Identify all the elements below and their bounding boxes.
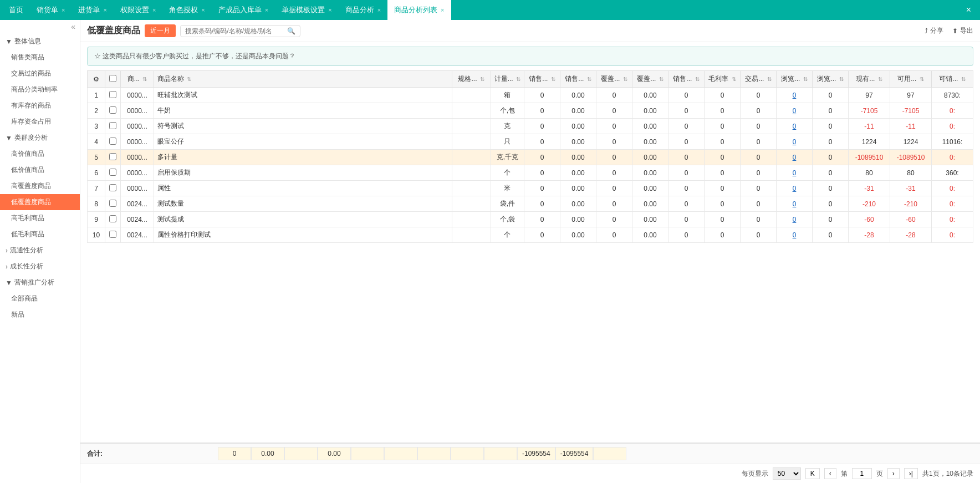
row-sales3: 0 (668, 227, 705, 243)
nav-close-permission[interactable]: × (152, 0, 156, 20)
col-gear[interactable]: ⚙ (88, 71, 105, 88)
row-code: 0000... (121, 165, 154, 181)
sidebar-item-all-goods[interactable]: 全部商品 (0, 291, 80, 307)
row-gross: 0 (705, 181, 741, 196)
sidebar-section-growth[interactable]: › 成长性分析 (0, 258, 80, 274)
row-checkbox[interactable] (109, 91, 116, 98)
row-checkbox[interactable] (109, 138, 116, 145)
row-sales3: 0 (668, 88, 705, 103)
row-num: 5 (88, 150, 105, 165)
row-cover1: 0 (596, 165, 632, 181)
per-page-select[interactable]: 50 20 100 (773, 467, 801, 480)
row-checkbox[interactable] (109, 215, 116, 222)
first-page-btn[interactable]: K (805, 468, 820, 479)
row-sales-qty: 0 (524, 227, 560, 243)
nav-template[interactable]: 单据模板设置 × (275, 0, 338, 20)
row-checkbox[interactable] (109, 200, 116, 207)
sidebar-item-low-margin[interactable]: 低毛利商品 (0, 226, 80, 242)
sidebar-item-capital[interactable]: 库存资金占用 (0, 114, 80, 130)
sidebar-item-sales-goods[interactable]: 销售类商品 (0, 49, 80, 65)
row-sales-amt: 0.00 (560, 227, 596, 243)
nav-close-goods-analysis-list[interactable]: × (441, 0, 444, 20)
browse1-link[interactable]: 0 (793, 138, 797, 146)
nav-close-role[interactable]: × (201, 0, 205, 20)
sidebar-item-new-goods[interactable]: 新品 (0, 307, 80, 323)
search-icon[interactable]: 🔍 (287, 27, 295, 35)
sidebar-section-category[interactable]: ▼ 类群度分析 (0, 130, 80, 146)
export-button[interactable]: ⬆ 导出 (952, 26, 973, 35)
browse1-link[interactable]: 0 (793, 231, 797, 239)
nav-close-goods-analysis[interactable]: × (377, 0, 381, 20)
row-checkbox[interactable] (109, 153, 116, 160)
sidebar-item-high-value[interactable]: 高价值商品 (0, 146, 80, 162)
row-checkbox[interactable] (109, 122, 116, 129)
browse1-link[interactable]: 0 (793, 123, 797, 130)
sidebar-item-high-coverage[interactable]: 高覆盖度商品 (0, 178, 80, 194)
sidebar-item-in-stock[interactable]: 有库存的商品 (0, 98, 80, 114)
row-name: 启用保质期 (154, 165, 452, 181)
nav-sales[interactable]: 销货单 × (30, 0, 72, 20)
nav-permission[interactable]: 权限设置 × (114, 0, 162, 20)
row-checkbox[interactable] (109, 184, 116, 191)
window-close-btn[interactable]: × (959, 5, 978, 15)
row-code: 0000... (121, 150, 154, 165)
sidebar-item-high-margin[interactable]: 高毛利商品 (0, 210, 80, 226)
sidebar-collapse-btn[interactable]: « (0, 20, 80, 33)
browse1-link[interactable]: 0 (793, 216, 797, 223)
prev-page-btn[interactable]: ‹ (824, 468, 836, 479)
sidebar-section-flow[interactable]: › 流通性分析 (0, 242, 80, 258)
browse1-link[interactable]: 0 (793, 154, 797, 161)
period-button[interactable]: 近一月 (145, 24, 176, 37)
share-button[interactable]: ⤴ 分享 (925, 26, 943, 35)
row-checkbox[interactable] (109, 231, 116, 238)
row-current: -28 (849, 227, 890, 243)
col-check-header[interactable] (105, 71, 121, 88)
per-page-label: 每页显示 (742, 469, 768, 479)
nav-product-stock[interactable]: 产成品入库单 × (212, 0, 275, 20)
sidebar-item-low-value[interactable]: 低价值商品 (0, 162, 80, 178)
row-unit: 克 (491, 119, 524, 134)
row-checkbox[interactable] (109, 169, 116, 176)
nav-close-purchase[interactable]: × (103, 0, 106, 20)
row-browse1: 0 (777, 212, 813, 227)
nav-close-product-stock[interactable]: × (265, 0, 268, 20)
footer-sales-amt: 0.00 (251, 447, 284, 460)
row-sales-amt: 0.00 (560, 103, 596, 119)
nav-home[interactable]: 首页 (2, 0, 30, 20)
browse1-link[interactable]: 0 (793, 185, 797, 192)
sidebar-item-traded-goods[interactable]: 交易过的商品 (0, 65, 80, 82)
nav-close-sales[interactable]: × (62, 0, 65, 20)
browse1-link[interactable]: 0 (793, 91, 797, 99)
next-page-btn[interactable]: › (887, 468, 900, 479)
table-row: 10000...旺辅批次测试箱00.0000.000000097978730: (88, 88, 973, 103)
nav-goods-analysis[interactable]: 商品分析 × (339, 0, 387, 20)
row-gross: 0 (705, 227, 741, 243)
row-checkbox[interactable] (109, 106, 116, 114)
row-sales-qty: 0 (524, 181, 560, 196)
browse1-link[interactable]: 0 (793, 169, 797, 177)
browse1-link[interactable]: 0 (793, 107, 797, 115)
table-row: 20000...牛奶个,包00.0000.0000000-7105-71050: (88, 103, 973, 119)
row-browse2: 0 (813, 134, 849, 150)
nav-purchase[interactable]: 进货单 × (72, 0, 113, 20)
row-trade: 0 (741, 227, 777, 243)
row-name: 旺辅批次测试 (154, 88, 452, 103)
nav-goods-analysis-list[interactable]: 商品分析列表 × (387, 0, 451, 20)
nav-role[interactable]: 角色授权 × (162, 0, 211, 20)
row-sales-qty: 0 (524, 196, 560, 212)
row-num: 7 (88, 181, 105, 196)
sidebar-section-marketing[interactable]: ▼ 营销推广分析 (0, 274, 80, 291)
browse1-link[interactable]: 0 (793, 200, 797, 208)
row-saleable: 0: (932, 212, 973, 227)
sidebar-item-low-coverage[interactable]: 低覆盖度商品 (0, 194, 80, 210)
sidebar-item-category-rate[interactable]: 商品分类动销率 (0, 82, 80, 98)
page-input[interactable] (852, 468, 872, 479)
select-all-checkbox[interactable] (109, 75, 116, 82)
last-page-btn[interactable]: ›| (904, 468, 918, 479)
search-input[interactable] (185, 27, 285, 35)
row-saleable: 11016: (932, 134, 973, 150)
nav-close-template[interactable]: × (328, 0, 331, 20)
row-browse1: 0 (777, 103, 813, 119)
sidebar-section-overall[interactable]: ▼ 整体信息 (0, 33, 80, 49)
row-sales3: 0 (668, 103, 705, 119)
